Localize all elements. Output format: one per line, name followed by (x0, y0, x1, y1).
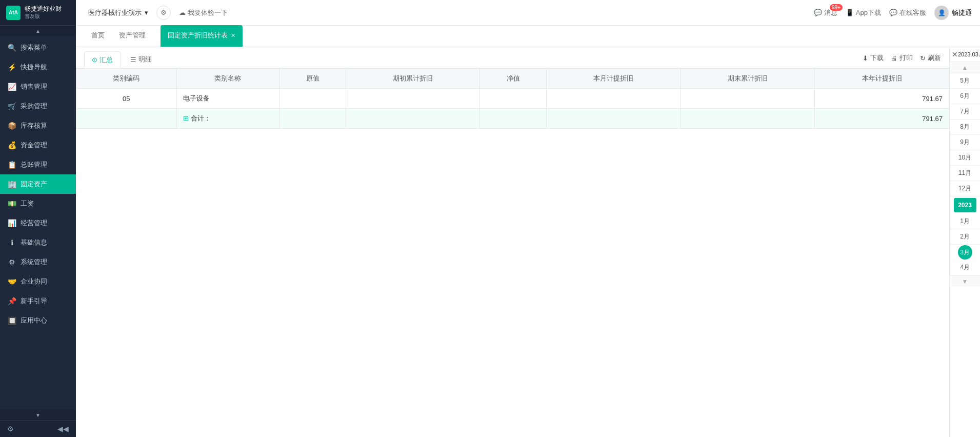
date-month-11月[interactable]: 11月 (950, 166, 980, 181)
col-header-本月计提折旧: 本月计提折旧 (547, 69, 681, 89)
user-avatar: 👤 (934, 6, 949, 20)
sidebar-item-quick-nav[interactable]: ⚡快捷导航 (0, 57, 76, 77)
topbar: 医疗器械行业演示 ▾ ⚙ ☁ 我要体验一下 💬 消息 99+ 📱 App下载 💬… (76, 0, 980, 26)
cell-3 (346, 89, 480, 109)
total-cell-3 (346, 109, 480, 129)
sidebar-item-purchase[interactable]: 🛒采购管理 (0, 96, 76, 116)
sidebar-item-sys-manage[interactable]: ⚙系统管理 (0, 252, 76, 272)
sidebar-item-new-guide[interactable]: 📌新手引导 (0, 291, 76, 311)
date-month-6月[interactable]: 6月 (950, 89, 980, 104)
sidebar-nav: 🔍搜索菜单⚡快捷导航📈销售管理🛒采购管理📦库存核算💰资金管理📋总账管理🏢固定资产… (0, 36, 76, 410)
sidebar-item-app-center[interactable]: 🔲应用中心 (0, 311, 76, 330)
report-area: ⊙汇总☰明细 ⬇ 下载 🖨 打印 ↻ 刷新 (76, 47, 949, 437)
date-scroll-up-btn[interactable]: ▲ (950, 62, 980, 73)
cell-5 (547, 89, 681, 109)
date-year-tag[interactable]: 2023 (954, 198, 976, 212)
total-cell-7: 791.67 (815, 109, 949, 129)
sidebar-label-quick-nav: 快捷导航 (21, 63, 47, 72)
sub-tab-detail[interactable]: ☰明细 (123, 51, 159, 68)
tab-home[interactable]: 首页 (84, 25, 112, 47)
tab-label-fixed-asset-depreciation: 固定资产折旧统计表 (168, 31, 228, 40)
date-month-1月[interactable]: 1月 (950, 214, 980, 229)
sub-tab-icon-summary: ⊙ (92, 56, 97, 64)
sidebar-scroll-up[interactable]: ▲ (0, 26, 76, 36)
sidebar-icon-app-center: 🔲 (7, 316, 16, 325)
date-month-3月[interactable]: 3月 (958, 245, 972, 260)
sub-tabs: ⊙汇总☰明细 ⬇ 下载 🖨 打印 ↻ 刷新 (76, 47, 949, 68)
company-name: 医疗器械行业演示 (88, 8, 142, 17)
sidebar-item-inventory[interactable]: 📦库存核算 (0, 116, 76, 135)
sidebar-settings-icon[interactable]: ⚙ (7, 425, 14, 433)
company-selector[interactable]: 医疗器械行业演示 ▾ (84, 6, 152, 19)
tab-fixed-asset-depreciation[interactable]: 固定资产折旧统计表✕ (161, 25, 243, 47)
sidebar-label-finance: 资金管理 (21, 141, 47, 150)
col-header-本年计提折旧: 本年计提折旧 (815, 69, 949, 89)
sidebar-scroll-down[interactable]: ▼ (0, 410, 76, 420)
sidebar-icon-enterprise-collab: 🤝 (7, 277, 16, 286)
tab-close-fixed-asset-depreciation[interactable]: ✕ (231, 32, 235, 39)
sub-tab-summary[interactable]: ⊙汇总 (84, 51, 121, 68)
cell-1: 电子设备 (176, 89, 279, 109)
sidebar-icon-search: 🔍 (7, 43, 16, 52)
refresh-btn[interactable]: ↻ 刷新 (920, 53, 941, 63)
table-wrapper: 类别编码类别名称原值期初累计折旧净值本月计提折旧期末累计折旧本年计提折旧 05电… (76, 68, 949, 437)
sidebar-item-fixed-assets[interactable]: 🏢固定资产 (0, 174, 76, 194)
date-month-12月[interactable]: 12月 (950, 181, 980, 196)
sub-tabs-right: ⬇ 下载 🖨 打印 ↻ 刷新 (863, 53, 941, 66)
tab-close-asset-manage[interactable]: ✕ (149, 32, 153, 39)
date-panel-close-btn[interactable]: ✕ (952, 50, 958, 58)
user-name: 畅捷通 (952, 8, 972, 17)
date-month-9月[interactable]: 9月 (950, 135, 980, 150)
sidebar-label-inventory: 库存核算 (21, 121, 47, 130)
sidebar-item-finance[interactable]: 💰资金管理 (0, 135, 76, 155)
sidebar-item-search[interactable]: 🔍搜索菜单 (0, 38, 76, 57)
sidebar-collapse-icon[interactable]: ◀◀ (57, 425, 69, 433)
sidebar-item-basic-info[interactable]: ℹ基础信息 (0, 233, 76, 252)
experience-btn[interactable]: ☁ 我要体验一下 (175, 6, 232, 19)
app-download-btn[interactable]: 📱 App下载 (846, 8, 881, 17)
sidebar-label-enterprise-collab: 企业协同 (21, 277, 47, 286)
date-month-8月[interactable]: 8月 (950, 120, 980, 135)
sidebar-label-new-guide: 新手引导 (21, 296, 47, 306)
download-btn[interactable]: ⬇ 下载 (863, 53, 884, 63)
print-btn[interactable]: 🖨 打印 (891, 53, 913, 63)
sidebar-label-payroll: 工资 (21, 199, 34, 208)
date-month-2月[interactable]: 2月 (950, 229, 980, 245)
cell-7: 791.67 (815, 89, 949, 109)
date-month-5月[interactable]: 5月 (950, 73, 980, 89)
sidebar-bottom: ⚙ ◀◀ (0, 420, 76, 437)
sidebar-item-ledger[interactable]: 📋总账管理 (0, 155, 76, 174)
sidebar-item-operations[interactable]: 📊经营管理 (0, 213, 76, 233)
message-badge: 99+ (830, 4, 843, 11)
company-settings-btn[interactable]: ⚙ (156, 6, 171, 20)
date-scroll-down-btn[interactable]: ▼ (950, 275, 980, 287)
date-month-4月[interactable]: 4月 (950, 260, 980, 275)
sidebar-item-sales[interactable]: 📈销售管理 (0, 77, 76, 96)
col-header-类别名称: 类别名称 (176, 69, 279, 89)
sidebar-icon-quick-nav: ⚡ (7, 63, 16, 72)
sidebar-label-ledger: 总账管理 (21, 160, 47, 169)
sidebar-item-enterprise-collab[interactable]: 🤝企业协同 (0, 272, 76, 291)
date-panel-year-header: 2023.03 (958, 51, 978, 57)
cell-2 (279, 89, 346, 109)
sidebar-icon-ledger: 📋 (7, 160, 16, 169)
date-month-7月[interactable]: 7月 (950, 104, 980, 120)
sidebar-icon-basic-info: ℹ (7, 238, 16, 247)
date-month-10月[interactable]: 10月 (950, 150, 980, 166)
sidebar-item-payroll[interactable]: 💵工资 (0, 194, 76, 213)
expand-icon[interactable]: ⊞ (183, 114, 189, 122)
sidebar-icon-finance: 💰 (7, 141, 16, 150)
sub-tabs-left: ⊙汇总☰明细 (84, 51, 159, 68)
tab-asset-manage[interactable]: 资产管理✕ (112, 25, 161, 47)
download-label: 下载 (870, 53, 884, 63)
topbar-left: 医疗器械行业演示 ▾ ⚙ ☁ 我要体验一下 (84, 6, 232, 20)
online-service-btn[interactable]: 💬 在线客服 (889, 8, 926, 17)
online-service-label: 在线客服 (899, 8, 926, 17)
message-btn[interactable]: 💬 消息 99+ (814, 8, 837, 17)
logo-icon: AtA (6, 6, 21, 20)
sub-tab-label-detail: 明细 (138, 55, 152, 64)
app-version: 普及版 (25, 13, 62, 20)
user-area[interactable]: 👤 畅捷通 (934, 6, 972, 20)
page-body: ⊙汇总☰明细 ⬇ 下载 🖨 打印 ↻ 刷新 (76, 47, 980, 437)
sidebar-label-fixed-assets: 固定资产 (21, 180, 47, 189)
